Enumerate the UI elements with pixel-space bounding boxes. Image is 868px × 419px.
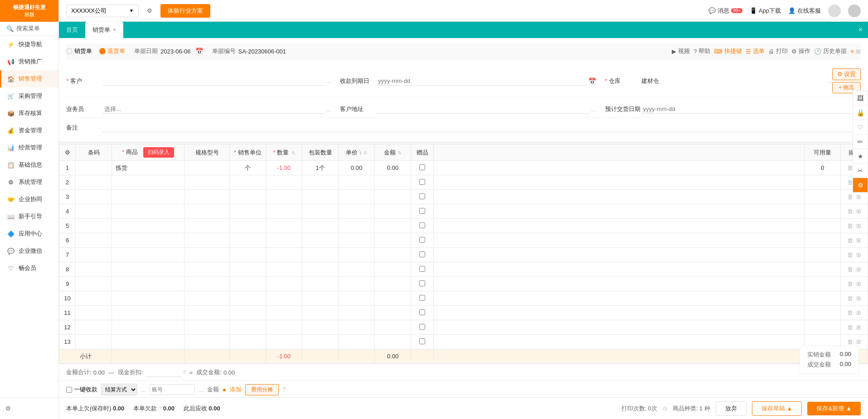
row-spec[interactable] xyxy=(184,277,230,291)
row-gift[interactable] xyxy=(411,320,434,335)
row-barcode[interactable] xyxy=(76,306,112,320)
delete-icon[interactable]: 🗑 xyxy=(847,266,853,273)
row-unit-price[interactable] xyxy=(339,277,375,291)
row-note[interactable] xyxy=(434,175,805,190)
row-gift[interactable] xyxy=(411,335,434,349)
copy-icon[interactable]: ⊞ xyxy=(856,295,861,302)
save-draft-btn[interactable]: 保存草稿 ▲ xyxy=(752,401,802,416)
row-quantity[interactable] xyxy=(266,320,302,335)
row-note[interactable] xyxy=(434,248,805,262)
row-product[interactable] xyxy=(112,291,184,306)
row-product[interactable] xyxy=(112,320,184,335)
delete-icon[interactable]: 🗑 xyxy=(847,251,853,258)
row-quantity[interactable] xyxy=(266,248,302,262)
row-quantity[interactable] xyxy=(266,190,302,204)
user-avatar-2[interactable] xyxy=(848,5,861,17)
copy-icon[interactable]: ⊞ xyxy=(856,309,861,316)
row-amount[interactable] xyxy=(375,248,411,262)
row-quantity[interactable] xyxy=(266,262,302,277)
row-sales-unit[interactable] xyxy=(230,248,266,262)
float-tool-favorite[interactable]: ♡ xyxy=(853,120,868,135)
row-amount[interactable] xyxy=(375,175,411,190)
delete-icon[interactable]: 🗑 xyxy=(847,164,853,171)
row-package-qty[interactable] xyxy=(302,291,339,306)
toolbar-operation-btn[interactable]: ⚙ 操作 xyxy=(791,47,810,55)
row-gift[interactable] xyxy=(411,204,434,219)
salesperson-dots-btn[interactable]: ... xyxy=(326,106,331,113)
row-spec[interactable] xyxy=(184,320,230,335)
row-note[interactable] xyxy=(434,262,805,277)
radio-sales-order[interactable]: 销货单 xyxy=(66,47,92,55)
float-tool-pencil[interactable]: ✏ xyxy=(853,135,868,149)
row-amount[interactable] xyxy=(375,291,411,306)
tab-close-icon[interactable]: × xyxy=(113,27,116,33)
customer-input[interactable] xyxy=(102,77,324,86)
copy-icon[interactable]: ⊞ xyxy=(856,193,861,200)
row-sales-unit[interactable] xyxy=(230,175,266,190)
tab-sales-order[interactable]: 销货单 × xyxy=(85,22,123,38)
sidebar-item-marketing[interactable]: 📢 营销推广 xyxy=(0,53,58,70)
warehouse-dots-btn[interactable]: ... xyxy=(827,77,832,84)
row-amount[interactable] xyxy=(375,277,411,291)
float-tool-lock[interactable]: 🔒 xyxy=(853,106,868,120)
copy-icon[interactable]: ⊞ xyxy=(856,338,861,345)
row-gift[interactable] xyxy=(411,161,434,175)
row-barcode[interactable] xyxy=(76,190,112,204)
sidebar-settings-btn[interactable]: ⚙ xyxy=(0,401,58,415)
expected-delivery-input[interactable] xyxy=(641,105,851,114)
sidebar-item-inventory[interactable]: 📦 库存核算 xyxy=(0,105,58,122)
row-note[interactable] xyxy=(434,306,805,320)
customer-dots-btn[interactable]: ... xyxy=(326,77,331,84)
row-barcode[interactable] xyxy=(76,335,112,349)
sidebar-item-member[interactable]: ♡ 畅会员 xyxy=(0,260,58,277)
app-download-btn[interactable]: 📱 App下载 xyxy=(750,7,781,15)
row-note[interactable] xyxy=(434,161,805,175)
row-quantity[interactable] xyxy=(266,277,302,291)
row-unit-price[interactable] xyxy=(339,190,375,204)
row-package-qty[interactable] xyxy=(302,175,339,190)
row-spec[interactable] xyxy=(184,248,230,262)
product-type-checkbox[interactable]: ⊙ xyxy=(663,405,667,412)
row-quantity[interactable] xyxy=(266,291,302,306)
row-note[interactable] xyxy=(434,277,805,291)
sidebar-search[interactable]: 🔍 搜索菜单 xyxy=(0,22,58,36)
row-package-qty[interactable] xyxy=(302,335,339,349)
settings-btn[interactable]: ⚙ 设置 xyxy=(832,68,861,80)
row-spec[interactable] xyxy=(184,291,230,306)
row-amount[interactable] xyxy=(375,190,411,204)
row-spec[interactable] xyxy=(184,262,230,277)
row-barcode[interactable] xyxy=(76,248,112,262)
scan-btn[interactable]: 扫码录入 xyxy=(143,147,174,158)
row-gift[interactable] xyxy=(411,291,434,306)
row-spec[interactable] xyxy=(184,233,230,248)
settlement-method-select[interactable]: 结算方式 xyxy=(101,384,137,395)
user-avatar[interactable] xyxy=(828,5,841,17)
collection-calendar-icon[interactable]: 📅 xyxy=(588,77,596,85)
row-quantity[interactable] xyxy=(266,219,302,233)
toolbar-video-btn[interactable]: ▶ 视频 xyxy=(672,47,690,55)
sidebar-item-wechat[interactable]: 💬 企业微信 xyxy=(0,242,58,260)
float-tool-star[interactable]: ★ xyxy=(853,149,868,164)
row-product[interactable] xyxy=(112,335,184,349)
delete-icon[interactable]: 🗑 xyxy=(847,338,853,345)
row-gift[interactable] xyxy=(411,248,434,262)
row-amount[interactable] xyxy=(375,233,411,248)
sidebar-item-system[interactable]: ⚙ 系统管理 xyxy=(0,173,58,191)
delete-icon[interactable]: 🗑 xyxy=(847,208,853,215)
row-amount[interactable] xyxy=(375,306,411,320)
float-tool-image[interactable]: 🖼 xyxy=(853,91,868,106)
toolbar-history-btn[interactable]: 🕐 历史单据 xyxy=(814,47,847,55)
row-amount[interactable] xyxy=(375,204,411,219)
row-package-qty[interactable] xyxy=(302,219,339,233)
save-new-btn[interactable]: 保存&新增 ▲ xyxy=(807,402,861,415)
customer-address-dots-btn[interactable]: ... xyxy=(591,106,596,113)
row-spec[interactable] xyxy=(184,219,230,233)
row-gift[interactable] xyxy=(411,277,434,291)
cash-discount-input[interactable] xyxy=(145,368,181,377)
settings-gear-btn[interactable]: ⚙ xyxy=(143,5,156,17)
row-gift[interactable] xyxy=(411,219,434,233)
row-note[interactable] xyxy=(434,335,805,349)
row-sales-unit[interactable] xyxy=(230,335,266,349)
row-barcode[interactable] xyxy=(76,291,112,306)
tab-home[interactable]: 首页 xyxy=(59,22,85,38)
